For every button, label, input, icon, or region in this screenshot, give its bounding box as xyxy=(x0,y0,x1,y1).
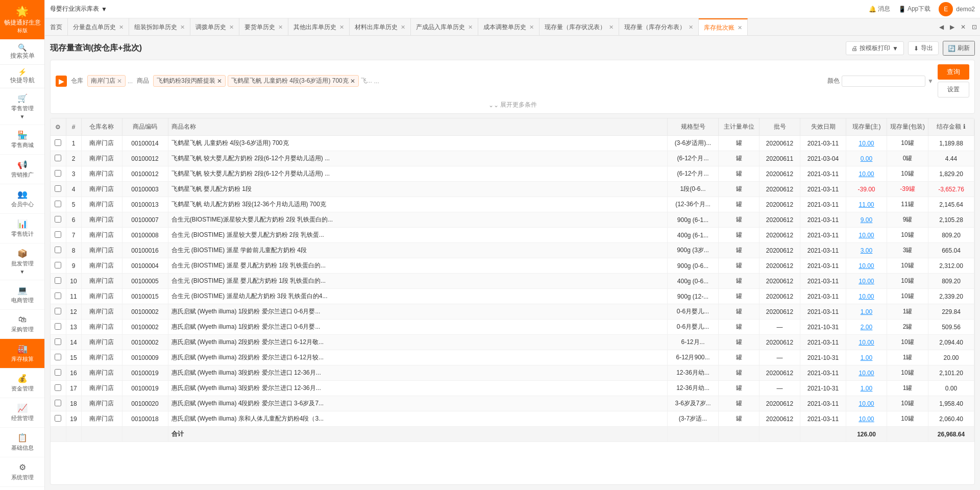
sidebar-quick-nav[interactable]: ⚡ 快捷导航 xyxy=(0,65,44,88)
cell-stock-main[interactable]: 10.00 xyxy=(846,258,887,274)
color-dropdown-icon[interactable]: ▼ xyxy=(927,78,934,85)
cell-checkbox[interactable] xyxy=(51,228,66,243)
th-balance[interactable]: 结存金额 ℹ xyxy=(928,118,974,136)
cell-stock-main[interactable]: 10.00 xyxy=(846,365,887,381)
product-tag-1[interactable]: 飞鹤奶粉3段丙醛提装 ✕ xyxy=(153,75,226,87)
cell-checkbox[interactable] xyxy=(51,335,66,350)
color-input[interactable] xyxy=(842,76,925,87)
th-expire[interactable]: 失效日期 xyxy=(800,118,846,136)
cell-stock-main[interactable]: 10.00 xyxy=(846,396,887,411)
tab-other-out[interactable]: 其他出库单历史✕ xyxy=(288,18,350,36)
tab-split-close[interactable]: ✕ xyxy=(119,18,124,36)
query-button[interactable]: 查询 xyxy=(938,64,969,80)
export-button[interactable]: ⬇ 导出 xyxy=(908,41,939,55)
tab-transfer[interactable]: 调拨单历史✕ xyxy=(190,18,239,36)
tab-material-out[interactable]: 材料出库单历史✕ xyxy=(350,18,411,36)
cell-stock-main[interactable]: 2.00 xyxy=(846,320,887,335)
tab-product-in-close[interactable]: ✕ xyxy=(468,18,473,36)
th-code[interactable]: 商品编码 xyxy=(122,118,168,136)
sidebar-item-basics[interactable]: 📋 基础信息 xyxy=(0,428,44,457)
cell-stock-main[interactable]: 11.00 xyxy=(846,197,887,212)
cell-checkbox[interactable] xyxy=(51,411,66,427)
tab-request[interactable]: 要货单历史✕ xyxy=(239,18,288,36)
tab-cost-adjust[interactable]: 成本调整单历史✕ xyxy=(478,18,540,36)
cell-stock-main[interactable]: 10.00 xyxy=(846,136,887,151)
cell-checkbox[interactable] xyxy=(51,166,66,182)
cell-stock-main[interactable]: 1.00 xyxy=(846,381,887,396)
warehouse-filter-more[interactable]: ... xyxy=(128,78,133,85)
sidebar-item-ecommerce[interactable]: 💻 电商管理 xyxy=(0,280,44,310)
sidebar-item-wholesale[interactable]: 📦 批发管理 ▼ xyxy=(0,243,44,280)
th-stock-main[interactable]: 现存量(主) xyxy=(846,118,887,136)
cell-stock-main[interactable]: 0.00 xyxy=(846,151,887,166)
cell-stock-main[interactable]: -39.00 xyxy=(846,182,887,197)
product-tag-2-close[interactable]: ✕ xyxy=(350,78,355,85)
tab-expand-btn[interactable]: ⊡ xyxy=(969,18,980,36)
sidebar-item-marketing[interactable]: 📢 营销推广 xyxy=(0,155,44,184)
sidebar-item-finance[interactable]: 💰 资金管理 xyxy=(0,369,44,398)
th-settings[interactable]: ⚙ xyxy=(51,118,66,136)
th-spec[interactable]: 规格型号 xyxy=(668,118,719,136)
cell-stock-main[interactable]: 10.00 xyxy=(846,166,887,182)
tab-cost-adjust-close[interactable]: ✕ xyxy=(529,18,534,36)
tab-disassemble-close[interactable]: ✕ xyxy=(180,18,185,36)
print-button[interactable]: 🖨 按模板打印 ▼ xyxy=(846,41,904,55)
warehouse-tag[interactable]: 南岸门店 ✕ xyxy=(87,75,126,87)
cell-stock-main[interactable]: 10.00 xyxy=(846,411,887,427)
tab-stock-dist-close[interactable]: ✕ xyxy=(689,18,693,36)
cell-checkbox[interactable] xyxy=(51,274,66,289)
tab-stock-status-close[interactable]: ✕ xyxy=(609,18,614,36)
sidebar-item-purchase[interactable]: 🛍 采购管理 xyxy=(0,310,44,339)
tab-other-out-close[interactable]: ✕ xyxy=(339,18,344,36)
tab-split-check[interactable]: 分量盘点单历史✕ xyxy=(68,18,129,36)
cell-checkbox[interactable] xyxy=(51,151,66,166)
cell-stock-main[interactable]: 1.00 xyxy=(846,304,887,320)
tab-disassemble[interactable]: 组装拆卸单历史✕ xyxy=(129,18,190,36)
cell-stock-main[interactable]: 10.00 xyxy=(846,289,887,304)
tab-material-out-close[interactable]: ✕ xyxy=(401,18,405,36)
tab-stock-batch-close[interactable]: ✕ xyxy=(738,19,742,36)
tab-stock-dist[interactable]: 现存量（库存分布表）✕ xyxy=(619,18,699,36)
cell-stock-main[interactable]: 10.00 xyxy=(846,335,887,350)
filter-expand-btn[interactable]: ▶ xyxy=(56,76,67,87)
cell-stock-main[interactable]: 9.00 xyxy=(846,212,887,228)
refresh-button[interactable]: 🔄 刷新 xyxy=(943,41,975,56)
sidebar-item-business[interactable]: 📈 经营管理 xyxy=(0,398,44,428)
product-tag-1-close[interactable]: ✕ xyxy=(217,78,222,85)
topbar-selector[interactable]: 母婴行业演示库表 ▼ xyxy=(50,5,107,13)
tab-close-all-btn[interactable]: ✕ xyxy=(958,18,969,36)
tab-request-close[interactable]: ✕ xyxy=(278,18,283,36)
tab-transfer-close[interactable]: ✕ xyxy=(229,18,234,36)
cell-stock-main[interactable]: 1.00 xyxy=(846,350,887,365)
tab-prev-btn[interactable]: ◀ xyxy=(936,18,947,36)
cell-checkbox[interactable] xyxy=(51,381,66,396)
tab-stock-batch[interactable]: 库存批次账✕ xyxy=(699,18,748,36)
product-filter-more[interactable]: 飞... xyxy=(361,77,372,85)
app-download-button[interactable]: 📱 App下载 xyxy=(898,5,930,13)
messages-button[interactable]: 🔔 消息 xyxy=(869,5,890,13)
expand-more-btn[interactable]: ⌄⌄ 展开更多条件 xyxy=(56,101,969,109)
sidebar-item-system[interactable]: ⚙ 系统管理 xyxy=(0,457,44,487)
cell-checkbox[interactable] xyxy=(51,243,66,258)
cell-checkbox[interactable] xyxy=(51,304,66,320)
cell-stock-main[interactable]: 10.00 xyxy=(846,274,887,289)
cell-stock-main[interactable]: 3.00 xyxy=(846,243,887,258)
cell-checkbox[interactable] xyxy=(51,396,66,411)
cell-checkbox[interactable] xyxy=(51,289,66,304)
th-stock-pkg[interactable]: 现存量(包装) xyxy=(887,118,928,136)
warehouse-tag-close[interactable]: ✕ xyxy=(117,78,122,85)
cell-checkbox[interactable] xyxy=(51,258,66,274)
th-batch[interactable]: 批号 xyxy=(760,118,800,136)
product-tag-2[interactable]: 飞鹤星飞帆 儿童奶粉 4段(3-6岁适用) 700克 ✕ xyxy=(228,75,359,87)
sidebar-item-inventory[interactable]: 🏭 库存核算 xyxy=(0,339,44,369)
th-unit[interactable]: 主计量单位 xyxy=(719,118,760,136)
th-name[interactable]: 商品名称 xyxy=(168,118,668,136)
tab-stock-status[interactable]: 现存量（库存状况表）✕ xyxy=(540,18,619,36)
cell-checkbox[interactable] xyxy=(51,365,66,381)
cell-checkbox[interactable] xyxy=(51,136,66,151)
cell-stock-main[interactable]: 10.00 xyxy=(846,228,887,243)
sidebar-item-retail-stats[interactable]: 📊 零售统计 xyxy=(0,214,44,243)
cell-checkbox[interactable] xyxy=(51,320,66,335)
cell-checkbox[interactable] xyxy=(51,350,66,365)
user-area[interactable]: E demo2 xyxy=(939,2,975,16)
